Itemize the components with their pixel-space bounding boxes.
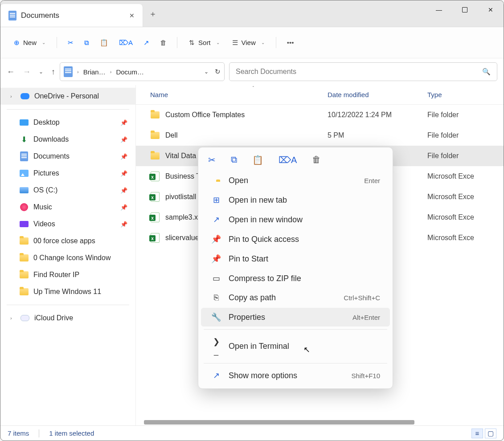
drive-icon [20, 187, 29, 193]
column-type[interactable]: Type [427, 91, 504, 98]
zip-icon: ▭ [211, 274, 221, 283]
forward-button[interactable]: → [23, 67, 31, 77]
pin-icon: 📌 [211, 254, 221, 264]
share-button[interactable]: ↗ [139, 35, 154, 50]
file-row[interactable]: Custom Office Templates10/12/2022 1:24 P… [136, 105, 504, 125]
new-tab-button[interactable]: ＋ [143, 0, 163, 27]
thumbnails-view-button[interactable]: ▢ [485, 429, 496, 438]
ctx-compress-zip[interactable]: ▭ Compress to ZIP file [201, 269, 390, 288]
ctx-label: Open [229, 176, 248, 185]
sidebar-changeicons[interactable]: 0 Change Icons Window [0, 249, 135, 266]
ctx-pin-quick[interactable]: 📌 Pin to Quick access [201, 230, 390, 249]
sidebar: › OneDrive - Personal Desktop 📌 ⬇ Downlo… [0, 85, 136, 425]
copy-icon[interactable]: ⧉ [231, 155, 237, 165]
rename-button[interactable]: ⌦A [115, 35, 137, 50]
chevron-down-icon[interactable]: ⌄ [204, 69, 209, 75]
tab-documents[interactable]: Documents ✕ [0, 4, 143, 27]
trash-icon[interactable]: 🗑 [312, 155, 321, 165]
sidebar-documents[interactable]: Documents 📌 [0, 148, 135, 165]
sidebar-item-label: iCloud Drive [34, 314, 73, 322]
pin-icon: 📌 [120, 119, 127, 126]
ctx-label: Pin to Quick access [229, 235, 299, 244]
ctx-copy-path[interactable]: ⎘ Copy as path Ctrl+Shift+C [201, 289, 390, 307]
ctx-shortcut: Alt+Enter [352, 314, 380, 321]
file-name: Business T [165, 172, 201, 180]
chevron-right-icon: › [10, 315, 16, 321]
details-view-button[interactable]: ≡ [471, 429, 483, 438]
ctx-label: Open in new tab [229, 196, 287, 205]
ctx-pin-start[interactable]: 📌 Pin to Start [201, 249, 390, 268]
terminal-icon: ❯_ [211, 337, 221, 356]
tab-close-icon[interactable]: ✕ [129, 12, 135, 19]
downloads-icon: ⬇ [19, 135, 29, 143]
navrow: ← → ⌄ ↑ › Brian… › Docum… ⌄ ↻ 🔍 [0, 58, 504, 85]
more-button[interactable]: ••• [283, 35, 299, 50]
sidebar-icloud[interactable]: › iCloud Drive [0, 310, 135, 327]
status-selected: 1 item selected [49, 429, 94, 437]
column-date[interactable]: Date modified [328, 91, 427, 98]
ctx-open[interactable]: Open Enter [201, 172, 390, 190]
sidebar-desktop[interactable]: Desktop 📌 [0, 114, 135, 131]
desktop-icon [20, 119, 29, 126]
column-name[interactable]: Name [136, 91, 328, 98]
ctx-open-new-tab[interactable]: ⊞ Open in new tab [201, 191, 390, 209]
chevron-right-icon: › [108, 69, 114, 74]
column-headers: Name Date modified Type [136, 85, 504, 105]
chevron-up-icon[interactable]: ˆ [253, 86, 254, 91]
maximize-button[interactable] [452, 0, 478, 19]
breadcrumb-seg1[interactable]: Brian… [83, 68, 106, 76]
search-box[interactable]: 🔍 [229, 62, 497, 81]
delete-button[interactable]: 🗑 [156, 35, 171, 50]
sidebar-music[interactable]: Music 📌 [0, 199, 135, 216]
status-items: 7 items [8, 429, 29, 437]
pictures-icon [20, 170, 29, 177]
search-input[interactable] [236, 68, 482, 76]
sidebar-forceclose[interactable]: 00 force close apps [0, 233, 135, 249]
excel-icon [150, 192, 160, 202]
view-button[interactable]: ☰ View ⌄ [227, 35, 270, 50]
file-type: File folder [427, 111, 504, 119]
document-icon [20, 151, 28, 161]
document-icon [8, 11, 16, 20]
sort-button[interactable]: ⇅ Sort ⌄ [184, 35, 225, 50]
scrollbar-horizontal[interactable] [144, 420, 414, 425]
pin-icon: 📌 [120, 170, 127, 177]
minimize-button[interactable]: — [426, 0, 452, 19]
new-button[interactable]: ⊕ New ⌄ [8, 35, 51, 50]
cut-button[interactable]: ✂ [63, 35, 78, 50]
view-icon: ☰ [232, 39, 238, 47]
ctx-properties[interactable]: 🔧 Properties Alt+Enter [201, 308, 390, 327]
grid-icon: ▢ [488, 429, 494, 437]
folder-icon [20, 288, 29, 295]
sidebar-downloads[interactable]: ⬇ Downloads 📌 [0, 131, 135, 148]
sidebar-onedrive[interactable]: › OneDrive - Personal [0, 88, 135, 105]
back-button[interactable]: ← [7, 67, 15, 77]
rename-icon[interactable]: ⌦A [279, 155, 297, 165]
paste-button[interactable]: 📋 [95, 35, 113, 50]
sidebar-videos[interactable]: Videos 📌 [0, 216, 135, 233]
clipboard-icon[interactable]: 📋 [252, 155, 263, 165]
ctx-label: Compress to ZIP file [229, 274, 301, 283]
close-button[interactable]: ✕ [478, 0, 504, 19]
ctx-open-new-window[interactable]: ↗ Open in new window [201, 210, 390, 229]
sidebar-osc[interactable]: OS (C:) 📌 [0, 182, 135, 199]
view-label: View [242, 39, 256, 46]
up-button[interactable]: ↑ [51, 67, 55, 77]
recent-button[interactable]: ⌄ [39, 69, 43, 75]
sidebar-pictures[interactable]: Pictures 📌 [0, 165, 135, 182]
address-bar[interactable]: › Brian… › Docum… ⌄ ↻ [60, 62, 225, 81]
ctx-open-terminal[interactable]: ❯_ Open in Terminal [201, 332, 390, 360]
onedrive-icon [20, 93, 29, 99]
file-row[interactable]: Dell5 PMFile folder [136, 125, 504, 146]
toolbar: ⊕ New ⌄ ✂ ⧉ 📋 ⌦A ↗ 🗑 ⇅ Sort ⌄ ☰ View ⌄ [0, 27, 504, 58]
sidebar-router[interactable]: Find Router IP [0, 266, 135, 283]
refresh-icon[interactable]: ↻ [215, 68, 221, 76]
ctx-show-more[interactable]: ↗ Show more options Shift+F10 [201, 366, 390, 385]
list-icon: ≡ [475, 429, 479, 437]
copy-button[interactable]: ⧉ [80, 35, 94, 50]
breadcrumb-seg2[interactable]: Docum… [116, 68, 144, 76]
cut-icon[interactable]: ✂ [208, 155, 216, 165]
pin-icon: 📌 [211, 234, 221, 244]
sidebar-uptime[interactable]: Up Time WIndows 11 [0, 283, 135, 300]
file-type: Microsoft Exce [427, 234, 504, 242]
